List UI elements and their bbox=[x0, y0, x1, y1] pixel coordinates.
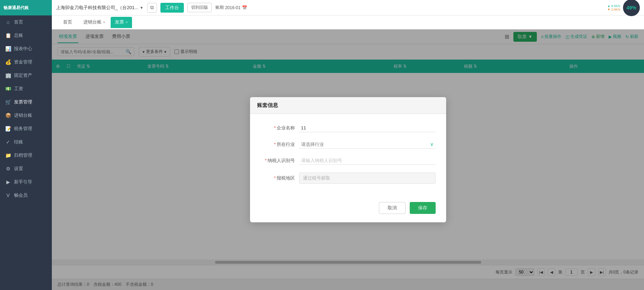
sidebar-item-reports[interactable]: 📊报表中心 bbox=[0, 42, 52, 55]
tax-id-label: *纳税人识别号 bbox=[261, 157, 299, 164]
sidebar-icon-settings: ⚙ bbox=[5, 166, 11, 171]
sidebar-icon-home: ⌂ bbox=[5, 19, 11, 25]
topbar: 上海卯金刀电子科技有限公司_（台201... ▼ ⧉ 工作台 切到旧版 账期 2… bbox=[52, 0, 644, 15]
sidebar-item-tax[interactable]: 📝税务管理 bbox=[0, 122, 52, 135]
sidebar-icon-settlement: ✓ bbox=[5, 139, 11, 145]
required-star2: * bbox=[274, 142, 276, 147]
tax-id-input[interactable] bbox=[299, 156, 436, 165]
sidebar-item-vip[interactable]: V畅会员 bbox=[0, 189, 52, 202]
cancel-button[interactable]: 取消 bbox=[379, 202, 406, 214]
tab-home[interactable]: 首页 bbox=[57, 16, 78, 29]
period-value: 2016-01 bbox=[225, 5, 241, 10]
form-row-industry: *所在行业 ∨ bbox=[261, 140, 436, 149]
tab-purchase[interactable]: 进销台账 × bbox=[79, 17, 109, 28]
sidebar-item-invoices[interactable]: 🛒发票管理 bbox=[0, 95, 52, 109]
sidebar-icon-purchase: 📦 bbox=[5, 113, 11, 118]
sidebar-item-payroll[interactable]: 💵工资 bbox=[0, 82, 52, 95]
network-speeds: ▲ 8.5K/s ▼ 2.6K/s bbox=[607, 4, 620, 11]
tax-region-label: *报税地区 bbox=[261, 175, 299, 181]
period-info: 账期 2016-01 📅 bbox=[215, 5, 247, 11]
sidebar-item-funds[interactable]: 💰资金管理 bbox=[0, 55, 52, 69]
tab-invoice-label: 发票 bbox=[115, 19, 124, 25]
old-version-button[interactable]: 切到旧版 bbox=[187, 3, 212, 12]
sidebar-item-settlement[interactable]: ✓结账 bbox=[0, 135, 52, 149]
sidebar-icon-assets: 🏢 bbox=[5, 73, 11, 78]
sidebar-icon-payroll: 💵 bbox=[5, 86, 11, 92]
company-name-input[interactable] bbox=[299, 124, 436, 132]
download-speed: ▼ 2.6K/s bbox=[607, 8, 620, 11]
sidebar-label-payroll: 工资 bbox=[14, 86, 23, 92]
upload-speed: ▲ 8.5K/s bbox=[607, 4, 620, 8]
sidebar-item-guide[interactable]: ▶新手引导 bbox=[0, 175, 52, 189]
required-star: * bbox=[274, 125, 276, 130]
sidebar-label-purchase: 进销台账 bbox=[14, 112, 32, 119]
required-star4: * bbox=[274, 175, 276, 181]
sidebar-icon-vip: V bbox=[5, 193, 11, 198]
industry-dropdown-icon: ∨ bbox=[430, 141, 434, 147]
account-info-modal: 账套信息 *企业名称 *所在行业 bbox=[250, 97, 446, 222]
workbench-button[interactable]: 工作台 bbox=[160, 3, 184, 13]
sidebar-icon-tax: 📝 bbox=[5, 126, 11, 131]
form-row-company: *企业名称 bbox=[261, 124, 436, 132]
sidebar-item-ledger[interactable]: 📋总账 bbox=[0, 29, 52, 42]
sidebar-icon-funds: 💰 bbox=[5, 59, 11, 65]
modal-title: 账套信息 bbox=[250, 97, 446, 114]
sidebar-item-assets[interactable]: 🏢固定资产 bbox=[0, 69, 52, 82]
sidebar-label-archive: 归档管理 bbox=[14, 152, 32, 159]
company-name-text: 上海卯金刀电子科技有限公司_（台201... bbox=[56, 5, 138, 11]
topbar-right: ▲ 8.5K/s ▼ 2.6K/s 49% bbox=[607, 0, 640, 16]
nav-tabs: 首页 进销台账 × 发票 × bbox=[52, 15, 644, 29]
sidebar-label-tax: 税务管理 bbox=[14, 126, 32, 132]
sidebar-item-archive[interactable]: 📁归档管理 bbox=[0, 149, 52, 162]
app-logo: 畅康通易代账 bbox=[0, 0, 52, 15]
sidebar-label-guide: 新手引导 bbox=[14, 179, 32, 185]
sidebar-label-settings: 设置 bbox=[14, 166, 23, 172]
sidebar-item-purchase[interactable]: 📦进销台账 bbox=[0, 109, 52, 122]
modal-footer: 取消 保存 bbox=[250, 198, 446, 222]
content-area: 销项发票 进项发票 费用小票 ⊞ 取票 ▼ ≡ 批量操作 ◫ 生成凭证 ⊕ bbox=[52, 29, 644, 290]
form-row-tax-region: *报税地区 通过税号获取 bbox=[261, 173, 436, 184]
industry-select-wrap[interactable]: ∨ bbox=[299, 140, 436, 149]
network-percent: 49% bbox=[626, 5, 636, 11]
sidebar-label-assets: 固定资产 bbox=[14, 72, 32, 79]
main-content: 上海卯金刀电子科技有限公司_（台201... ▼ ⧉ 工作台 切到旧版 账期 2… bbox=[52, 0, 644, 290]
company-name-label: *企业名称 bbox=[261, 125, 299, 131]
sidebar-label-settlement: 结账 bbox=[14, 139, 23, 145]
network-status-circle: 49% bbox=[623, 0, 640, 16]
period-label: 账期 bbox=[215, 5, 224, 11]
sidebar-icon-ledger: 📋 bbox=[5, 33, 11, 38]
industry-label: *所在行业 bbox=[261, 141, 299, 148]
copy-icon[interactable]: ⧉ bbox=[147, 3, 157, 13]
tab-purchase-label: 进销台账 bbox=[83, 19, 102, 25]
tax-region-readonly: 通过税号获取 bbox=[299, 173, 436, 184]
tab-purchase-close[interactable]: × bbox=[103, 20, 105, 24]
modal-overlay: 账套信息 *企业名称 *所在行业 bbox=[52, 29, 644, 290]
modal-body: *企业名称 *所在行业 ∨ bbox=[250, 114, 446, 198]
sidebar-icon-invoices: 🛒 bbox=[5, 99, 11, 105]
sidebar-label-vip: 畅会员 bbox=[14, 192, 28, 198]
sidebar-label-funds: 资金管理 bbox=[14, 59, 32, 65]
sidebar-item-settings[interactable]: ⚙设置 bbox=[0, 162, 52, 175]
form-row-tax-id: *纳税人识别号 bbox=[261, 156, 436, 165]
calendar-icon[interactable]: 📅 bbox=[242, 5, 247, 10]
sidebar-icon-guide: ▶ bbox=[5, 179, 11, 185]
company-dropdown-icon: ▼ bbox=[140, 6, 144, 10]
save-button[interactable]: 保存 bbox=[410, 202, 436, 214]
sidebar-icon-reports: 📊 bbox=[5, 46, 11, 52]
industry-input[interactable] bbox=[301, 142, 430, 147]
tab-invoice[interactable]: 发票 × bbox=[111, 17, 132, 28]
tab-invoice-close[interactable]: × bbox=[125, 20, 127, 24]
sidebar-icon-archive: 📁 bbox=[5, 153, 11, 158]
required-star3: * bbox=[265, 158, 266, 163]
sidebar-label-home: 首页 bbox=[14, 19, 23, 25]
sidebar-label-invoices: 发票管理 bbox=[14, 99, 32, 105]
sidebar: 畅康通易代账 ⌂首页📋总账📊报表中心💰资金管理🏢固定资产💵工资🛒发票管理📦进销台… bbox=[0, 0, 52, 290]
app-title: 畅康通易代账 bbox=[4, 5, 29, 11]
sidebar-label-reports: 报表中心 bbox=[14, 46, 32, 52]
company-selector[interactable]: 上海卯金刀电子科技有限公司_（台201... ▼ bbox=[56, 5, 144, 11]
sidebar-item-home[interactable]: ⌂首页 bbox=[0, 15, 52, 29]
sidebar-label-ledger: 总账 bbox=[14, 32, 23, 39]
